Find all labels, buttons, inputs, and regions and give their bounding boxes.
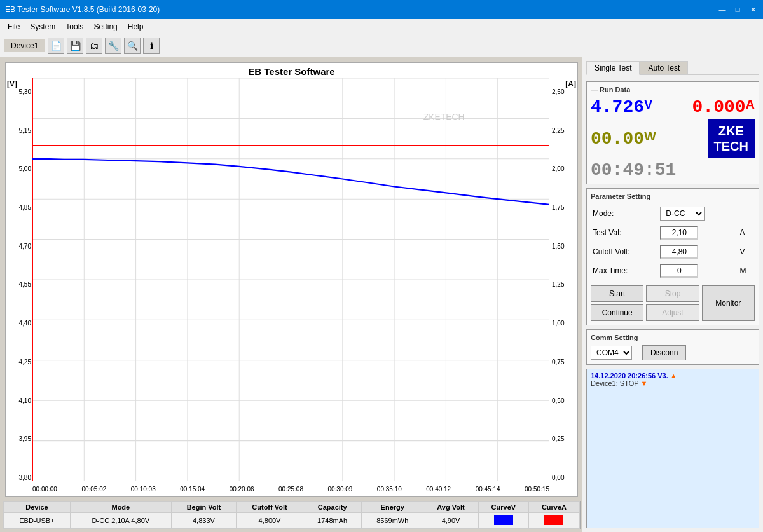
control-buttons: Start Stop Monitor Continue Adjust [591,285,755,321]
menu-file[interactable]: File [3,21,25,32]
cell-avg-volt: 4,90V [423,513,479,529]
log-scroll-arrow: ▲ [670,372,677,379]
tab-single-test[interactable]: Single Test [586,61,640,75]
menu-bar: File System Tools Setting Help [0,19,763,34]
toolbar: Device1 📄 💾 🗂 🔧 🔍 ℹ [0,34,763,57]
time-display-row: 00:49:51 [591,160,755,180]
log-scroll-arrow2: ▼ [640,379,647,387]
y-axis-right: 2,50 2,25 2,00 1,75 1,50 1,25 1,00 0,75 … [549,78,577,481]
col-energy: Energy [362,502,423,513]
save-button[interactable]: 💾 [67,38,83,54]
test-val-label: Test Val: [591,223,658,242]
test-val-input[interactable] [660,226,698,240]
window-controls: — □ ✕ [717,4,758,15]
comm-setting-box: Comm Setting COM4 COM1 COM2 COM3 COM5 Di… [586,329,759,365]
x-axis-area: 00:00:00 00:05:02 00:10:03 00:15:04 00:2… [6,481,577,496]
close-button[interactable]: ✕ [748,4,758,15]
status-table-area: Device Mode Begin Volt Cutoff Volt Capac… [3,501,581,529]
search-button[interactable]: 🔍 [124,38,141,54]
menu-tools[interactable]: Tools [60,21,88,32]
col-begin-volt: Begin Volt [171,502,236,513]
y-axis-left: 5,30 5,15 5,00 4,85 4,70 4,55 4,40 4,25 … [6,78,32,481]
main-content: EB Tester Software [V] [A] 5,30 5,15 5,0… [0,57,763,532]
cell-begin-volt: 4,833V [171,513,236,529]
col-cutoff-volt: Cutoff Volt [237,502,303,513]
device1-tab[interactable]: Device1 [4,39,45,52]
x-axis-labels: 00:00:00 00:05:02 00:10:03 00:15:04 00:2… [32,481,549,496]
app-title: EB Tester Software V1.8.5 (Build 2016-03… [5,5,160,14]
param-setting-label: Parameter Setting [591,193,755,200]
chart-area: EB Tester Software [V] [A] 5,30 5,15 5,0… [5,62,578,497]
param-row-maxtime: Max Time: M [591,261,755,280]
run-data-label: — Run Data [591,86,755,93]
new-button[interactable]: 📄 [48,38,64,54]
param-table: Mode: D-CC D-CP D-CR Test Val: [591,204,755,280]
cutoff-volt-unit: V [738,242,755,261]
settings-button[interactable]: 🔧 [105,38,121,54]
mode-label: Mode: [591,204,658,223]
menu-system[interactable]: System [25,21,60,32]
disconn-button[interactable]: Disconn [642,345,686,360]
table-row: EBD-USB+ D-CC 2,10A 4,80V 4,833V 4,800V … [4,513,580,529]
comm-row: COM4 COM1 COM2 COM3 COM5 Disconn [591,345,755,360]
col-curvev: CurveV [478,502,528,513]
monitor-button[interactable]: Monitor [702,285,755,321]
cell-mode: D-CC 2,10A 4,80V [70,513,171,529]
max-time-input[interactable] [660,264,698,278]
minimize-button[interactable]: — [717,4,727,15]
cutoff-volt-input[interactable] [660,245,698,259]
cell-device: EBD-USB+ [4,513,71,529]
start-button[interactable]: Start [591,285,643,302]
menu-setting[interactable]: Setting [88,21,122,32]
title-bar: EB Tester Software V1.8.5 (Build 2016-03… [0,0,763,19]
run-data-row2: 00.00W ZKE TECH [591,119,755,158]
run-data-row1: 4.726V 0.000A [591,97,755,117]
info-button[interactable]: ℹ [143,38,160,54]
mode-select[interactable]: D-CC D-CP D-CR [660,207,705,221]
col-avg-volt: Avg Volt [423,502,479,513]
test-val-unit: A [738,223,755,242]
col-curvea: CurveA [528,502,579,513]
open-button[interactable]: 🗂 [86,38,102,54]
status-table: Device Mode Begin Volt Cutoff Volt Capac… [3,501,580,529]
param-row-mode: Mode: D-CC D-CP D-CR [591,204,755,223]
cell-curvea [528,513,579,529]
log-message: Device1: STOP [591,379,638,387]
menu-help[interactable]: Help [123,21,149,32]
chart-title: EB Tester Software [6,63,577,78]
right-panel: Single Test Auto Test — Run Data 4.726V … [582,57,763,532]
log-timestamp: 14.12.2020 20:26:56 V3. [591,372,670,379]
param-row-testval: Test Val: A [591,223,755,242]
continue-button[interactable]: Continue [591,304,643,321]
col-device: Device [4,502,71,513]
current-display: 0.000A [692,97,755,117]
col-mode: Mode [70,502,171,513]
chart-svg-wrapper: ZKETECH [32,78,549,481]
zke-logo: ZKE TECH [708,119,755,158]
max-time-label: Max Time: [591,261,658,280]
param-setting-box: Parameter Setting Mode: D-CC D-CP D-CR T… [586,188,759,325]
param-row-cutoff: Cutoff Volt: V [591,242,755,261]
cell-cutoff-volt: 4,800V [237,513,303,529]
com-port-select[interactable]: COM4 COM1 COM2 COM3 COM5 [591,346,632,360]
maximize-button[interactable]: □ [732,4,743,15]
tabs-container: Single Test Auto Test [586,61,759,75]
col-capacity: Capacity [303,502,362,513]
comm-setting-label: Comm Setting [591,334,755,341]
cell-energy: 8569mWh [362,513,423,529]
y-label-right: [A] [565,79,576,88]
power-display: 00.00W [591,129,656,149]
max-time-unit: M [738,261,755,280]
svg-text:ZKETECH: ZKETECH [423,111,465,122]
voltage-display: 4.726V [591,97,652,117]
cell-curvev [478,513,528,529]
cutoff-volt-label: Cutoff Volt: [591,242,658,261]
y-label-left: [V] [7,79,17,88]
stop-button[interactable]: Stop [646,285,699,302]
adjust-button[interactable]: Adjust [646,304,699,321]
tab-auto-test[interactable]: Auto Test [640,61,688,74]
status-log: 14.12.2020 20:26:56 V3. ▲ Device1: STOP … [586,369,759,528]
run-data-box: — Run Data 4.726V 0.000A 00.00W ZKE TECH [586,81,759,184]
cell-capacity: 1748mAh [303,513,362,529]
